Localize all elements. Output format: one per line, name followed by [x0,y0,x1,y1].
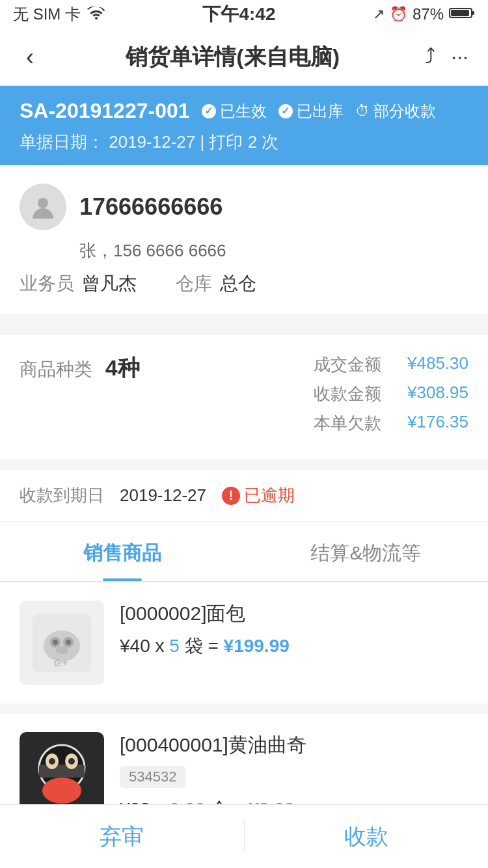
total-bread: ¥199.99 [224,636,290,656]
overdue-text: 已逾期 [244,484,295,507]
product-category-row: 商品种类 4种 [20,353,140,383]
cancel-review-button[interactable]: 弃审 [0,809,244,865]
product-info-bread: [0000002]面包 ¥40 x 5 袋 = ¥199.99 [120,601,468,658]
due-date-value: 2019-12-27 [120,485,206,506]
svg-point-9 [53,640,58,645]
received-amount-row: 收款金额 ¥308.95 [314,383,468,405]
product-name-bread: [0000002]面包 [120,601,468,627]
customer-section: 17666666666 张，156 6666 6666 业务员 曾凡杰 仓库 总… [0,165,488,314]
customer-details: 业务员 曾凡杰 仓库 总仓 [20,271,468,296]
carrier-label: 无 SIM 卡 [13,4,81,25]
transaction-amount-row: 成交金额 ¥485.30 [314,353,468,376]
svg-point-4 [38,198,48,208]
check-icon-shipped: ✓ [278,104,293,118]
svg-rect-2 [451,10,469,16]
status-time: 下午4:42 [202,2,275,27]
svg-rect-15 [39,765,85,778]
overdue-tag: ! 已逾期 [222,484,295,507]
owe-label: 本单欠款 [314,412,381,435]
order-date-row: 单据日期： 2019-12-27 | 打印 2 次 [20,131,468,154]
warehouse-label: 仓库 [176,271,212,296]
status-right: ↗ ⏰ 87% [373,5,475,23]
alarm-icon: ⏰ [390,6,407,23]
base-price-bread: ¥40 [120,636,150,656]
status-left: 无 SIM 卡 [13,4,105,25]
summary-section: 商品种类 4种 成交金额 ¥485.30 收款金额 ¥308.95 本单欠款 ¥… [0,335,488,459]
nav-bar: ‹ 销货单详情(来自电脑) ⤴ ··· [0,29,488,86]
bottom-bar: 弃审 收款 [0,804,488,868]
product-image-placeholder: 企+ [33,614,91,672]
category-label: 商品种类 [20,359,92,379]
warehouse-row: 仓库 总仓 [176,271,256,296]
due-date-label: 收款到期日 [20,484,104,507]
due-date-section: 收款到期日 2019-12-27 ! 已逾期 [0,470,488,522]
tab-sales-products[interactable]: 销售商品 [0,522,244,581]
category-value: 4种 [105,355,140,380]
order-id: SA-20191227-001 [20,99,190,123]
page-title: 销货单详情(来自电脑) [126,42,340,72]
owe-value: ¥176.35 [407,412,468,435]
received-label: 收款金额 [314,383,381,405]
transaction-label: 成交金额 [314,353,381,376]
product-name-cookie: [000400001]黄油曲奇 [120,732,468,759]
status-shipped: ✓ 已出库 [278,101,344,122]
owe-amount-row: 本单欠款 ¥176.35 [314,412,468,435]
svg-point-11 [55,646,68,654]
transaction-value: ¥485.30 [407,353,468,376]
share-button[interactable]: ⤴ [425,45,435,69]
qty-bread: 5 [169,636,180,656]
back-button[interactable]: ‹ [20,37,40,77]
wifi-icon [87,5,105,23]
svg-point-19 [68,758,75,765]
battery-label: 87% [413,5,444,23]
svg-rect-1 [472,11,474,15]
summary-left: 商品种类 4种 [20,353,140,390]
tabs-section: 销售商品 结算&物流等 [0,522,488,582]
product-tag-cookie: 534532 [120,766,185,788]
separator-1 [0,325,488,335]
summary-right: 成交金额 ¥485.30 收款金额 ¥308.95 本单欠款 ¥176.35 [314,353,468,441]
more-button[interactable]: ··· [451,45,468,69]
location-icon: ↗ [373,6,385,23]
svg-point-10 [66,640,71,645]
product-image-bread: 企+ [20,601,104,685]
product-price-bread: ¥40 x 5 袋 = ¥199.99 [120,634,468,658]
customer-account-id: 17666666666 [79,193,223,221]
payment-button[interactable]: 收款 [245,809,489,865]
sales-person-value: 曾凡杰 [82,271,137,296]
status-bar: 无 SIM 卡 下午4:42 ↗ ⏰ 87% [0,0,488,29]
overdue-icon: ! [222,487,240,505]
order-id-row: SA-20191227-001 ✓ 已生效 ✓ 已出库 ⏱ 部分收款 [20,99,468,123]
received-value: ¥308.95 [407,383,468,405]
battery-icon [449,5,475,23]
unit-bread: 袋 [185,636,203,656]
order-header: SA-20191227-001 ✓ 已生效 ✓ 已出库 ⏱ 部分收款 单据日期：… [0,86,488,165]
status-partial: ⏱ 部分收款 [355,101,436,122]
product-item: 企+ [0000002]面包 ¥40 x 5 袋 = ¥199.99 [0,582,488,703]
avatar [20,183,66,230]
warehouse-value: 总仓 [220,271,256,296]
svg-point-18 [49,758,55,765]
nav-actions: ⤴ ··· [425,45,468,69]
customer-top: 17666666666 [20,183,468,230]
clock-icon: ⏱ [355,103,370,120]
sales-person-row: 业务员 曾凡杰 [20,271,137,296]
status-active: ✓ 已生效 [202,101,267,122]
svg-text:企+: 企+ [53,657,68,668]
sales-person-label: 业务员 [20,271,74,296]
check-icon-active: ✓ [202,104,216,118]
tab-settlement-logistics[interactable]: 结算&物流等 [244,522,488,581]
customer-name-phone: 张，156 6666 6666 [20,239,468,262]
svg-point-20 [42,778,81,804]
